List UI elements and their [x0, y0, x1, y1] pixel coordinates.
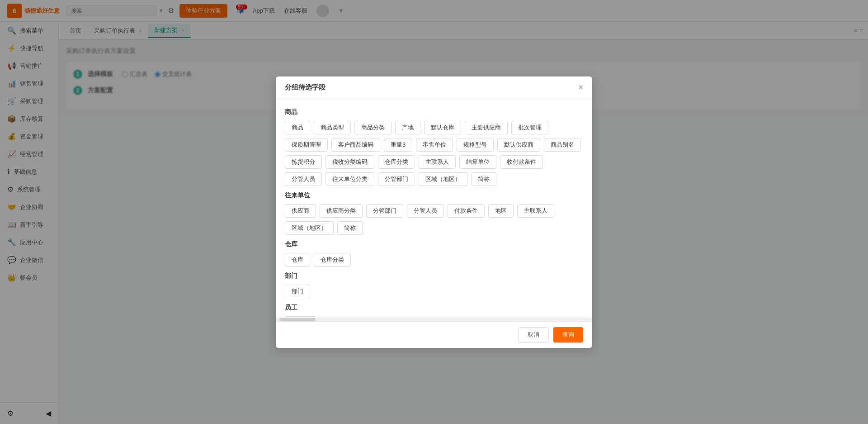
field-chip[interactable]: 商品类型: [314, 121, 351, 134]
field-chip[interactable]: 产地: [395, 121, 420, 134]
field-chip[interactable]: 商品别名: [544, 138, 581, 152]
field-chip[interactable]: 主联系人: [517, 204, 554, 218]
field-chip[interactable]: 税收分类编码: [326, 155, 374, 169]
field-chips-dept: 部门: [285, 285, 583, 298]
field-chip[interactable]: 商品分类: [354, 121, 392, 134]
field-chip[interactable]: 零售单位: [416, 138, 453, 152]
modal-close-button[interactable]: ×: [578, 83, 583, 92]
modal-header: 分组待选字段 ×: [276, 76, 592, 99]
field-chip[interactable]: 商品: [285, 121, 310, 134]
field-chip[interactable]: 收付款条件: [500, 155, 543, 169]
field-chip[interactable]: 分管部门: [378, 172, 415, 186]
field-chip[interactable]: 仓库分类: [378, 155, 415, 169]
confirm-button[interactable]: 查询: [553, 327, 583, 343]
hscroll-thumb: [279, 318, 316, 321]
field-chips-product: 商品 商品类型 商品分类 产地 默认仓库 主要供应商 批次管理 保质期管理 客户…: [285, 121, 583, 186]
field-chip[interactable]: 付款条件: [448, 204, 485, 218]
modal-title: 分组待选字段: [285, 83, 326, 92]
field-chip[interactable]: 简称: [471, 172, 496, 186]
field-chip[interactable]: 供应商: [285, 204, 316, 218]
field-chip[interactable]: 分管人员: [407, 204, 444, 218]
modal-horizontal-scrollbar[interactable]: [276, 318, 592, 321]
modal-footer: 取消 查询: [276, 321, 592, 348]
field-chip[interactable]: 主要供应商: [465, 121, 508, 134]
field-chip[interactable]: 保质期管理: [285, 138, 328, 152]
field-chip[interactable]: 往来单位分类: [326, 172, 374, 186]
field-chip[interactable]: 重量3: [384, 138, 412, 152]
section-title-employee: 员工: [285, 304, 583, 312]
section-title-partner: 往来单位: [285, 191, 583, 200]
section-title-product: 商品: [285, 108, 583, 116]
field-chip[interactable]: 区域（地区）: [419, 172, 467, 186]
field-chip[interactable]: 分管部门: [366, 204, 403, 218]
cancel-button[interactable]: 取消: [518, 327, 549, 343]
field-chip[interactable]: 简称: [337, 221, 363, 235]
field-chips-partner: 供应商 供应商分类 分管部门 分管人员 付款条件 地区 主联系人 区域（地区） …: [285, 204, 583, 235]
section-title-dept: 部门: [285, 272, 583, 280]
field-chip[interactable]: 批次管理: [511, 121, 548, 134]
field-chip[interactable]: 仓库: [285, 253, 310, 267]
field-chip[interactable]: 地区: [488, 204, 514, 218]
field-chip[interactable]: 分管人员: [285, 172, 322, 186]
field-chip[interactable]: 区域（地区）: [285, 221, 334, 235]
field-chip[interactable]: 默认仓库: [424, 121, 461, 134]
section-title-warehouse: 仓库: [285, 240, 583, 248]
field-chip[interactable]: 部门: [285, 285, 310, 298]
field-chip[interactable]: 默认供应商: [497, 138, 540, 152]
modal-field-select: 分组待选字段 × 商品 商品 商品类型 商品分类 产地 默认仓库 主要供应商 批…: [276, 76, 592, 348]
field-chip[interactable]: 结算单位: [459, 155, 496, 169]
field-chip[interactable]: 客户商品编码: [331, 138, 380, 152]
modal-overlay: 分组待选字段 × 商品 商品 商品类型 商品分类 产地 默认仓库 主要供应商 批…: [0, 0, 868, 424]
field-chip[interactable]: 拣货积分: [285, 155, 322, 169]
modal-body[interactable]: 商品 商品 商品类型 商品分类 产地 默认仓库 主要供应商 批次管理 保质期管理…: [276, 99, 592, 318]
field-chip[interactable]: 规格型号: [457, 138, 494, 152]
field-chip[interactable]: 主联系人: [419, 155, 456, 169]
field-chips-warehouse: 仓库 仓库分类: [285, 253, 583, 267]
field-chip[interactable]: 仓库分类: [314, 253, 351, 267]
field-chip[interactable]: 供应商分类: [320, 204, 363, 218]
